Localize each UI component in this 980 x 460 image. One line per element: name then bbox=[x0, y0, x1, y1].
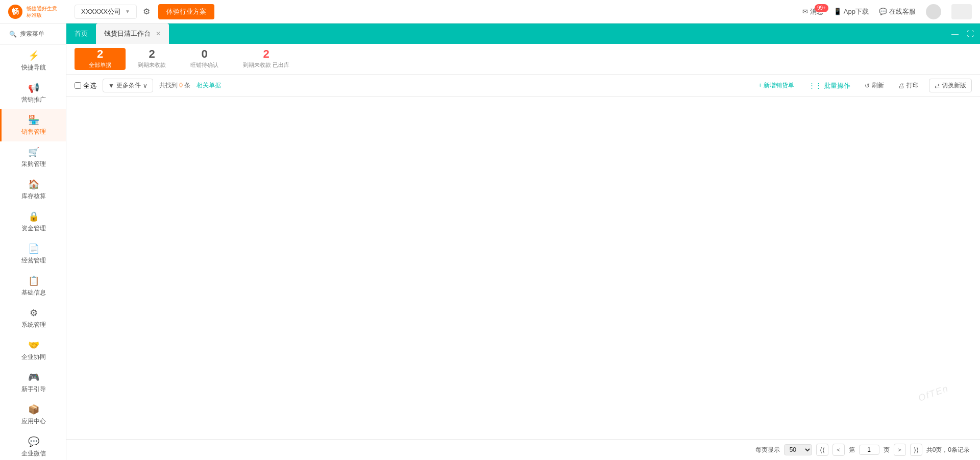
sidebar-item-wechat[interactable]: 💬 企业微信 bbox=[0, 431, 66, 460]
tab-expand-icon[interactable]: ⛶ bbox=[965, 28, 976, 40]
online-service-button[interactable]: 💬 在线客服 bbox=[879, 7, 916, 16]
print-icon: 🖨 bbox=[898, 82, 904, 89]
sidebar-label-finance: 资金管理 bbox=[21, 224, 46, 233]
stats-tabs: 2 全部单据 2 到期未收款 0 旺铺待确认 2 到期未收款 已出库 bbox=[66, 44, 980, 75]
sidebar-label-system: 系统管理 bbox=[21, 321, 46, 329]
company-name: XXXXXX公司 bbox=[81, 7, 121, 16]
found-unit: 条 bbox=[184, 82, 190, 89]
switch-label: 切换新版 bbox=[942, 81, 966, 90]
found-count: 0 bbox=[179, 82, 183, 89]
sidebar-item-inventory[interactable]: 🏠 库存核算 bbox=[0, 174, 66, 206]
finance-icon: 🔒 bbox=[28, 211, 39, 222]
stat-tab-overdue-unpaid[interactable]: 2 到期未收款 bbox=[126, 44, 178, 74]
guide-icon: 🎮 bbox=[28, 372, 39, 383]
sidebar-item-guide[interactable]: 🎮 新手引导 bbox=[0, 367, 66, 399]
sidebar-label-wechat: 企业微信 bbox=[21, 449, 46, 458]
stat-tab-overdue-unshipped[interactable]: 2 到期未收款 已出库 bbox=[231, 44, 302, 74]
page-size-label: 每页显示 bbox=[755, 446, 780, 454]
refresh-label: 刷新 bbox=[872, 81, 884, 90]
batch-icon: ⋮⋮ bbox=[808, 82, 822, 89]
page-content: 2 全部单据 2 到期未收款 0 旺铺待确认 2 到期未收款 已出库 bbox=[66, 44, 980, 460]
user-info[interactable] bbox=[951, 4, 972, 19]
filter-button[interactable]: ▼ 更多条件 ∨ bbox=[103, 79, 153, 92]
app-center-icon: 📦 bbox=[28, 404, 39, 415]
search-menu-button[interactable]: 🔍 搜索菜单 bbox=[5, 28, 61, 40]
batch-button[interactable]: ⋮⋮ 批量操作 bbox=[804, 79, 854, 92]
total-text: 共0页，0条记录 bbox=[926, 446, 970, 454]
refresh-button[interactable]: ↺ 刷新 bbox=[861, 79, 888, 92]
message-icon: ✉ bbox=[802, 8, 808, 15]
add-label: + 新增销货单 bbox=[758, 81, 794, 90]
prev-page-button[interactable]: ＜ bbox=[832, 444, 845, 456]
tab-minimize-icon[interactable]: — bbox=[949, 28, 961, 40]
wechat-icon: 💬 bbox=[28, 436, 39, 447]
content-area: 首页 钱货日清工作台 ✕ — ⛶ 2 全部单据 2 到期未 bbox=[66, 23, 980, 460]
last-page-button[interactable]: ⟩⟩ bbox=[910, 444, 922, 456]
switch-icon: ⇄ bbox=[935, 82, 940, 89]
stat-tab-all[interactable]: 2 全部单据 bbox=[75, 48, 126, 70]
message-button[interactable]: ✉ 消息 99+ bbox=[802, 7, 823, 16]
pagination: 每页显示 50 20 100 ⟨⟨ ＜ 第 页 ＞ ⟩⟩ 共0页，0条记录 bbox=[66, 439, 980, 460]
add-order-button[interactable]: + 新增销货单 bbox=[754, 79, 798, 92]
inventory-icon: 🏠 bbox=[28, 179, 39, 190]
first-page-button[interactable]: ⟨⟨ bbox=[816, 444, 828, 456]
header-right: ✉ 消息 99+ 📱 App下载 💬 在线客服 bbox=[802, 4, 972, 19]
sidebar-label-sales: 销售管理 bbox=[21, 128, 46, 136]
tab-actions: — ⛶ bbox=[949, 28, 980, 40]
sales-icon: 🏪 bbox=[28, 114, 39, 126]
purchase-icon: 🛒 bbox=[28, 147, 39, 158]
select-all-checkbox[interactable]: 全选 bbox=[75, 81, 96, 90]
filter-arrow-icon: ∨ bbox=[143, 82, 148, 89]
trial-button[interactable]: 体验行业方案 bbox=[158, 4, 214, 19]
table-area: OfTEn bbox=[66, 97, 980, 439]
page-input[interactable] bbox=[859, 445, 879, 455]
tab-home[interactable]: 首页 bbox=[66, 23, 96, 44]
sidebar-label-marketing: 营销推广 bbox=[21, 95, 46, 104]
stat-wangpu-number: 0 bbox=[201, 49, 207, 60]
sidebar-item-app-center[interactable]: 📦 应用中心 bbox=[0, 399, 66, 431]
logo-area: 畅 畅捷通好生意 标准版 bbox=[8, 5, 75, 19]
stat-overdue-label: 到期未收款 bbox=[138, 61, 166, 69]
main-layout: 🔍 搜索菜单 ⚡ 快捷导航 📢 营销推广 🏪 销售管理 🛒 采购管理 🏠 库存核… bbox=[0, 23, 980, 460]
related-link[interactable]: 相关单据 bbox=[197, 81, 221, 90]
sidebar-label-operations: 经营管理 bbox=[21, 256, 46, 265]
settings-icon[interactable]: ⚙ bbox=[143, 7, 150, 16]
avatar[interactable] bbox=[926, 4, 941, 19]
search-menu-label: 搜索菜单 bbox=[20, 30, 44, 38]
enterprise-icon: 🤝 bbox=[28, 340, 39, 351]
operations-icon: 📄 bbox=[28, 243, 39, 254]
app-download-button[interactable]: 📱 App下载 bbox=[834, 7, 869, 16]
tab-cash-daily[interactable]: 钱货日清工作台 ✕ bbox=[96, 23, 169, 44]
sidebar-item-sales[interactable]: 🏪 销售管理 bbox=[0, 109, 66, 141]
sidebar-item-operations[interactable]: 📄 经营管理 bbox=[0, 238, 66, 270]
filter-icon: ▼ bbox=[108, 82, 114, 89]
logo-text: 畅捷通好生意 标准版 bbox=[27, 5, 57, 18]
system-icon: ⚙ bbox=[30, 307, 38, 319]
message-badge: 99+ bbox=[815, 4, 828, 12]
company-selector[interactable]: XXXXXX公司 ▼ bbox=[75, 5, 137, 19]
logo-tag: 标准版 bbox=[27, 12, 57, 18]
found-prefix: 共找到 bbox=[159, 82, 178, 89]
refresh-icon: ↺ bbox=[865, 82, 870, 89]
sidebar-label-enterprise: 企业协同 bbox=[21, 353, 46, 361]
filter-label: 更多条件 bbox=[116, 81, 141, 90]
tab-close-icon[interactable]: ✕ bbox=[156, 30, 161, 37]
print-button[interactable]: 🖨 打印 bbox=[894, 79, 923, 92]
select-all-label: 全选 bbox=[83, 81, 96, 90]
next-page-button[interactable]: ＞ bbox=[894, 444, 906, 456]
sidebar-item-quick-nav[interactable]: ⚡ 快捷导航 bbox=[0, 45, 66, 77]
sidebar-item-system[interactable]: ⚙ 系统管理 bbox=[0, 302, 66, 334]
toolbar: 全选 ▼ 更多条件 ∨ 共找到 0 条 相关单据 + 新增销货单 bbox=[66, 75, 980, 97]
sidebar-search-area: 🔍 搜索菜单 bbox=[0, 23, 66, 45]
page-size-select[interactable]: 50 20 100 bbox=[784, 444, 812, 455]
sidebar-item-enterprise[interactable]: 🤝 企业协同 bbox=[0, 334, 66, 367]
switch-version-button[interactable]: ⇄ 切换新版 bbox=[929, 79, 972, 92]
select-all-input[interactable] bbox=[75, 82, 81, 89]
sidebar-item-marketing[interactable]: 📢 营销推广 bbox=[0, 77, 66, 109]
batch-label: 批量操作 bbox=[824, 81, 850, 90]
stat-tab-wangpu-pending[interactable]: 0 旺铺待确认 bbox=[178, 44, 231, 74]
sidebar-item-purchase[interactable]: 🛒 采购管理 bbox=[0, 141, 66, 174]
company-arrow-icon: ▼ bbox=[125, 9, 130, 14]
sidebar-item-basic-info[interactable]: 📋 基础信息 bbox=[0, 270, 66, 302]
sidebar-item-finance[interactable]: 🔒 资金管理 bbox=[0, 206, 66, 238]
